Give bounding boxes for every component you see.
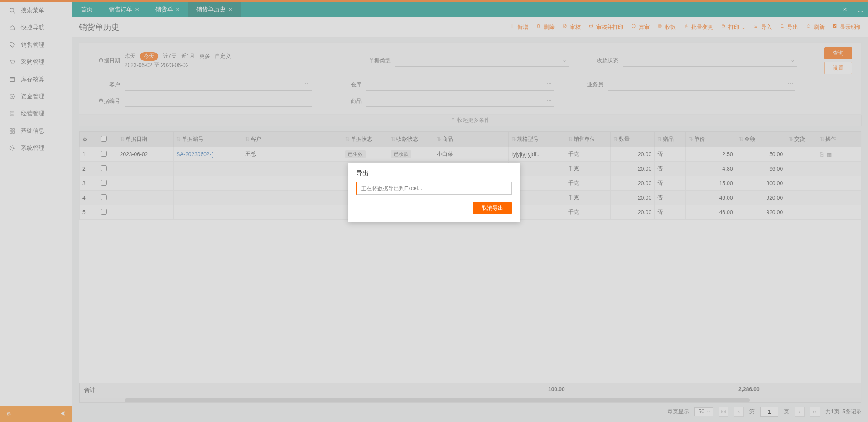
modal-overlay: 导出 取消导出 [0, 0, 868, 422]
dialog-title: 导出 [348, 163, 520, 182]
export-status-input [356, 182, 512, 195]
cancel-export-button[interactable]: 取消导出 [473, 202, 512, 214]
export-dialog: 导出 取消导出 [348, 163, 520, 222]
